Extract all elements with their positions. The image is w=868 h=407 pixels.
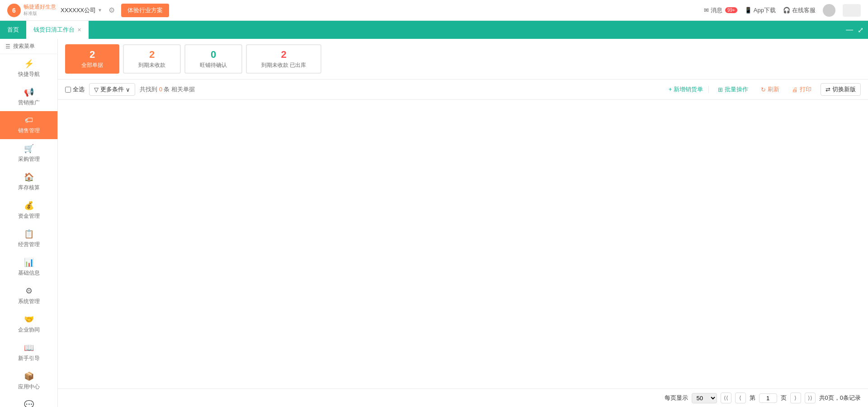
- switch-version-button[interactable]: ⇄ 切换新版: [821, 83, 861, 96]
- toolbar-right: + 新增销货单 ⊞ 批量操作 ↻ 刷新 🖨 打印 ⇄ 切换新版: [669, 83, 861, 96]
- tab-home-label: 首页: [7, 26, 19, 34]
- card-overdue[interactable]: 2 到期未收款: [123, 44, 181, 74]
- operations-icon: 📋: [24, 229, 34, 239]
- trial-button[interactable]: 体验行业方案: [121, 4, 169, 17]
- service-icon: 🎧: [783, 7, 790, 14]
- divider-1: [708, 86, 709, 93]
- tab-maximize-button[interactable]: ⤢: [858, 26, 863, 34]
- sidebar-item-guide[interactable]: 📖 新手引导: [0, 338, 57, 367]
- search-menu-icon: ☰: [5, 43, 10, 50]
- basic-info-label: 基础信息: [18, 269, 40, 277]
- guide-icon: 📖: [24, 343, 34, 353]
- per-page-select[interactable]: 10 20 50 100: [692, 393, 717, 403]
- next-page-button[interactable]: ⟩: [790, 393, 801, 403]
- tab-home[interactable]: 首页: [0, 21, 26, 39]
- tab-bar-actions: — ⤢: [846, 26, 868, 34]
- sidebar-item-wechat[interactable]: 💬 企业微信: [0, 395, 57, 407]
- filter-chevron-icon: ∨: [126, 86, 130, 93]
- card-all[interactable]: 2 全部单据: [65, 44, 119, 74]
- toolbar-left: 全选 ▽ 更多条件 ∨ 共找到 0 条 相关单据: [65, 83, 195, 96]
- header-left: 6 畅捷通好生意 标准版 XXXXXX公司 ▼ ⚙ 体验行业方案: [7, 4, 169, 17]
- card-all-num: 2: [90, 49, 95, 61]
- settings-icon[interactable]: ⚙: [107, 4, 117, 16]
- company-selector[interactable]: XXXXXX公司 ▼: [61, 6, 102, 14]
- tab-workbench-label: 钱货日清工作台: [33, 26, 75, 34]
- sidebar-item-enterprise[interactable]: 🤝 企业协同: [0, 310, 57, 338]
- print-button[interactable]: 🖨 打印: [788, 84, 815, 95]
- header-right: ✉ 消息 99+ 📱 App下载 🎧 在线客服: [704, 4, 861, 17]
- card-pending-num: 0: [211, 49, 216, 61]
- top-header: 6 畅捷通好生意 标准版 XXXXXX公司 ▼ ⚙ 体验行业方案 ✉ 消息 99…: [0, 0, 868, 21]
- page-label: 第: [750, 394, 755, 402]
- add-order-button[interactable]: + 新增销货单: [669, 85, 703, 94]
- marketing-label: 营销推广: [18, 99, 40, 107]
- sidebar-item-quick-nav[interactable]: ⚡ 快捷导航: [0, 54, 57, 83]
- sidebar-item-system[interactable]: ⚙ 系统管理: [0, 281, 57, 310]
- total-records: 共0页，0条记录: [819, 394, 861, 402]
- refresh-button[interactable]: ↻ 刷新: [757, 84, 783, 95]
- batch-operation-button[interactable]: ⊞ 批量操作: [714, 84, 752, 95]
- tab-workbench[interactable]: 钱货日清工作台 ✕: [26, 21, 89, 39]
- online-service-action[interactable]: 🎧 在线客服: [783, 6, 816, 14]
- purchase-icon: 🛒: [24, 144, 34, 154]
- more-filters-label: 更多条件: [100, 85, 124, 94]
- last-page-button[interactable]: ⟩⟩: [805, 393, 816, 403]
- sidebar-item-sales[interactable]: 🏷 销售管理: [0, 111, 57, 139]
- switch-label: 切换新版: [832, 85, 856, 94]
- message-action[interactable]: ✉ 消息 99+: [704, 6, 737, 14]
- refresh-icon: ↻: [761, 86, 766, 93]
- sidebar-item-operations[interactable]: 📋 经营管理: [0, 225, 57, 253]
- logo-area: 6 畅捷通好生意 标准版: [7, 4, 56, 17]
- current-page-input[interactable]: [759, 393, 777, 403]
- chevron-down-icon: ▼: [98, 8, 102, 13]
- select-all-label[interactable]: 全选: [65, 85, 85, 94]
- tab-close-icon[interactable]: ✕: [77, 27, 81, 33]
- message-label: 消息: [711, 6, 722, 14]
- inventory-label: 库存核算: [18, 184, 40, 192]
- finance-label: 资金管理: [18, 212, 40, 220]
- avatar[interactable]: [823, 4, 835, 17]
- pagination: 每页显示 10 20 50 100 ⟨⟨ ⟨ 第 页 ⟩ ⟩⟩ 共0页，0条记录: [58, 388, 868, 407]
- table-area: [58, 100, 868, 388]
- app-download-action[interactable]: 📱 App下载: [745, 6, 776, 14]
- sidebar-item-marketing[interactable]: 📢 营销推广: [0, 83, 57, 111]
- select-all-checkbox[interactable]: [65, 87, 71, 93]
- apps-icon: 📦: [24, 371, 34, 381]
- sidebar-search[interactable]: ☰ 搜索菜单: [0, 39, 57, 54]
- logo-sub: 标准版: [24, 10, 56, 17]
- first-page-button[interactable]: ⟨⟨: [721, 393, 731, 403]
- guide-label: 新手引导: [18, 355, 40, 362]
- batch-label: 批量操作: [725, 85, 748, 94]
- system-icon: ⚙: [25, 286, 33, 296]
- sidebar-item-inventory[interactable]: 🏠 库存核算: [0, 168, 57, 196]
- summary-cards: 2 全部单据 2 到期未收款 0 旺铺待确认 2 到期未收款 已出库: [58, 39, 868, 80]
- filter-icon: ▽: [94, 86, 99, 93]
- system-label: 系统管理: [18, 298, 40, 305]
- prev-page-button[interactable]: ⟨: [735, 393, 746, 403]
- sidebar-item-finance[interactable]: 💰 资金管理: [0, 196, 57, 225]
- per-page-label: 每页显示: [665, 394, 688, 402]
- card-shipped-num: 2: [281, 49, 287, 61]
- online-service-label: 在线客服: [792, 6, 816, 14]
- inventory-icon: 🏠: [24, 172, 34, 182]
- apps-label: 应用中心: [18, 383, 40, 391]
- logo-text-area: 畅捷通好生意 标准版: [24, 4, 56, 16]
- quick-nav-label: 快捷导航: [18, 70, 40, 78]
- finance-icon: 💰: [24, 201, 34, 211]
- purchase-label: 采购管理: [18, 155, 40, 163]
- card-all-label: 全部单据: [81, 61, 103, 69]
- download-icon: 📱: [745, 7, 752, 14]
- search-menu-label: 搜索菜单: [13, 42, 35, 50]
- toolbar: 全选 ▽ 更多条件 ∨ 共找到 0 条 相关单据 + 新增销货单 ⊞: [58, 80, 868, 100]
- tab-minimize-button[interactable]: —: [846, 26, 853, 34]
- print-icon: 🖨: [792, 86, 798, 93]
- basic-info-icon: 📊: [24, 257, 34, 267]
- card-shipped[interactable]: 2 到期未收款 已出库: [246, 44, 321, 74]
- card-pending[interactable]: 0 旺铺待确认: [184, 44, 242, 74]
- operations-label: 经营管理: [18, 241, 40, 248]
- sidebar-item-apps[interactable]: 📦 应用中心: [0, 367, 57, 395]
- more-filters-button[interactable]: ▽ 更多条件 ∨: [89, 83, 135, 96]
- refresh-label: 刷新: [768, 85, 779, 94]
- sidebar-item-basic-info[interactable]: 📊 基础信息: [0, 253, 57, 281]
- sidebar-item-purchase[interactable]: 🛒 采购管理: [0, 139, 57, 168]
